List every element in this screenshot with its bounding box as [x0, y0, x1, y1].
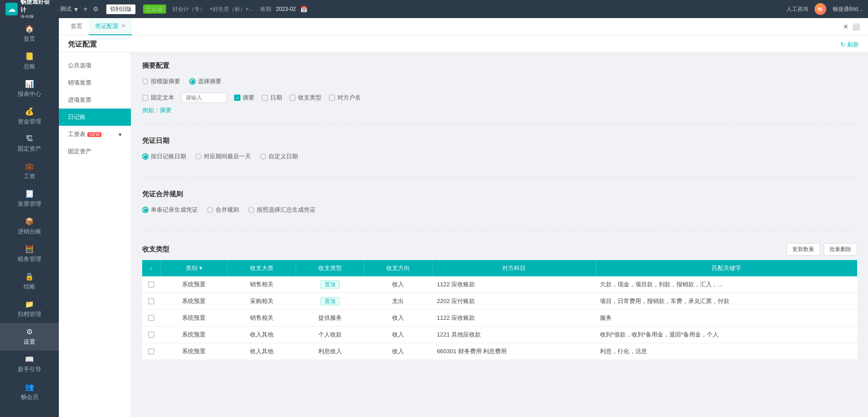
- window-close-icon[interactable]: ✕: [843, 23, 849, 30]
- radio-journal-date[interactable]: 按日记账日期: [142, 152, 186, 161]
- row-direction-3: 收入: [364, 327, 432, 343]
- sidebar-label-archive: 归档管理: [18, 310, 41, 318]
- row-checkbox-4[interactable]: [142, 343, 160, 360]
- row-account-4: 660301 财务费用 利息费用: [432, 343, 595, 360]
- checkbox-type[interactable]: 收支类型: [289, 94, 321, 102]
- checkbox-counterparty[interactable]: 对方户名: [329, 94, 361, 102]
- sidebar-label-settings: 设置: [24, 338, 35, 346]
- update-count-btn[interactable]: 更新数量: [786, 243, 820, 256]
- table-header-row: ✓ 类别 ▾ 收支大类 收支类型: [142, 260, 857, 276]
- checkbox-fixed-text[interactable]: 固定文本: [142, 94, 174, 102]
- radio-circle-merge: [207, 207, 213, 213]
- nav-item-fixed-assets[interactable]: 固定资产: [59, 143, 131, 160]
- checkbox-label-type: 收支类型: [298, 94, 321, 102]
- nav-label-payroll: 工资表: [68, 130, 86, 138]
- radio-circle-single: [142, 207, 149, 213]
- settings-icon[interactable]: ⚙: [93, 5, 99, 13]
- sidebar-item-settings[interactable]: ⚙ 设置: [0, 323, 59, 351]
- nav-item-sales-invoice[interactable]: 销项发票: [59, 74, 131, 91]
- tab-close-icon[interactable]: ✕: [121, 23, 125, 29]
- type-tag-1[interactable]: 置顶: [321, 297, 340, 305]
- guide-icon: 📖: [25, 355, 34, 364]
- sidebar-item-guide[interactable]: 📖 新手引导: [0, 351, 59, 378]
- sidebar-item-member[interactable]: 👥 畅会员: [0, 378, 59, 406]
- refresh-button[interactable]: ↻ 刷新: [840, 41, 859, 49]
- select-all-checkbox[interactable]: ✓: [148, 265, 154, 271]
- nav-item-payroll[interactable]: 工资表 NEW ▾: [59, 126, 131, 143]
- radio-select-summary[interactable]: 选择摘要: [189, 77, 221, 85]
- radio-single[interactable]: 单条记录生成凭证: [142, 206, 198, 214]
- sidebar-item-invoice-mgmt[interactable]: 🧾 发票管理: [0, 185, 59, 213]
- example-label: 例如：摘要: [142, 107, 172, 114]
- row-checkbox-3[interactable]: [142, 327, 160, 343]
- batch-delete-btn[interactable]: 批量删除: [824, 243, 857, 256]
- new-badge: NEW: [87, 132, 101, 137]
- nav-label-purchase-invoice: 进项发票: [68, 96, 91, 104]
- col-keywords-label: 匹配关键字: [712, 265, 741, 271]
- row-check-4[interactable]: [148, 348, 154, 355]
- support-label[interactable]: 人工咨询: [786, 5, 808, 13]
- purchase-icon: 📦: [25, 217, 34, 226]
- company-dropdown-icon[interactable]: ▾: [74, 5, 78, 14]
- add-icon[interactable]: +: [83, 5, 87, 13]
- nav-item-purchase-invoice[interactable]: 进项发票: [59, 91, 131, 109]
- nav-label-fixed-assets: 固定资产: [68, 147, 91, 156]
- checkbox-label-counterparty: 对方户名: [337, 94, 361, 102]
- example-text: 例如：摘要: [142, 106, 857, 114]
- row-check-3[interactable]: [148, 332, 154, 338]
- fixed-text-input[interactable]: [182, 93, 227, 103]
- row-check-0[interactable]: [148, 281, 154, 288]
- tab-home[interactable]: 首页: [64, 18, 89, 35]
- sidebar-item-reports[interactable]: 📊 报表中心: [0, 75, 59, 103]
- radio-merge[interactable]: 合并规则: [207, 206, 239, 214]
- sidebar-item-salary[interactable]: 💼 工资: [0, 157, 59, 185]
- income-type-table: ✓ 类别 ▾ 收支大类 收支类型: [142, 260, 857, 360]
- row-keywords-1: 项目，日常费用，报销款，车费，承兑汇票，付款: [595, 293, 857, 310]
- logo-icon: ☁: [5, 3, 18, 15]
- tab-voucher-config[interactable]: 凭证配置 ✕: [89, 18, 132, 35]
- sidebar-item-closing[interactable]: 🔒 结账: [0, 268, 59, 295]
- sidebar-item-purchase[interactable]: 📦 进销台账: [0, 213, 59, 240]
- voucher-date-title: 凭证日期: [142, 137, 857, 145]
- sidebar-item-home[interactable]: 🏠 首页: [0, 20, 59, 47]
- avatar[interactable]: 畅: [815, 3, 826, 15]
- nav-item-journal[interactable]: 日记账: [59, 109, 131, 126]
- voucher-merge-title: 凭证合并规则: [142, 190, 857, 199]
- row-direction-4: 收入: [364, 343, 432, 360]
- checkbox-date[interactable]: 日期: [262, 94, 282, 102]
- tab-bar: 首页 凭证配置 ✕ ✕ ⬜: [59, 18, 868, 35]
- radio-template-summary[interactable]: 按模版摘要: [142, 77, 180, 85]
- checkbox-summary[interactable]: ✓ 摘要: [234, 94, 254, 102]
- radio-circle-custom: [260, 153, 266, 160]
- window-maximize-icon[interactable]: ⬜: [852, 23, 860, 30]
- topbar-right: 人工咨询 畅 畅捷通Bild...: [786, 3, 863, 15]
- switch-version-btn[interactable]: 切到旧版: [106, 4, 136, 14]
- checkbox-box-date: [262, 95, 268, 101]
- radio-custom-date[interactable]: 自定义日期: [260, 152, 298, 161]
- row-checkbox-1[interactable]: [142, 293, 160, 310]
- sidebar-item-ledger[interactable]: 📒 总账: [0, 47, 59, 75]
- row-check-2[interactable]: [148, 315, 154, 321]
- radio-circle-journal-date: [142, 153, 149, 160]
- row-check-1[interactable]: [148, 298, 154, 304]
- nav-item-public[interactable]: 公共选项: [59, 57, 131, 74]
- calendar-icon[interactable]: 📅: [300, 6, 307, 13]
- checkbox-label-date: 日期: [270, 94, 282, 102]
- type-tag-0[interactable]: 置顶: [321, 280, 340, 289]
- radio-summary-generate[interactable]: 按照选择汇总生成凭证: [248, 206, 316, 214]
- radio-label-template: 按模版摘要: [151, 77, 180, 85]
- radio-label-merge: 合并规则: [216, 206, 239, 214]
- radio-period-last[interactable]: 对应期间最后一天: [195, 152, 251, 161]
- row-keywords-0: 欠款，现金，项目款，到款，报销款，汇入，...: [595, 276, 857, 293]
- sidebar-item-assets[interactable]: 🏗 固定资产: [0, 130, 59, 157]
- sidebar-item-funds[interactable]: 💰 资金管理: [0, 103, 59, 130]
- nav-label-journal: 日记账: [68, 113, 86, 121]
- row-checkbox-0[interactable]: [142, 276, 160, 293]
- row-checkbox-2[interactable]: [142, 310, 160, 327]
- sidebar-item-tax[interactable]: 🧮 税务管理: [0, 240, 59, 268]
- radio-circle-period-last: [195, 153, 201, 160]
- row-category-3: 系统预置: [160, 327, 228, 343]
- period-label: 账期: [260, 5, 271, 13]
- sidebar-item-archive[interactable]: 📁 归档管理: [0, 295, 59, 323]
- income-type-section: 收支类型 更新数量 批量删除 ✓: [142, 243, 857, 360]
